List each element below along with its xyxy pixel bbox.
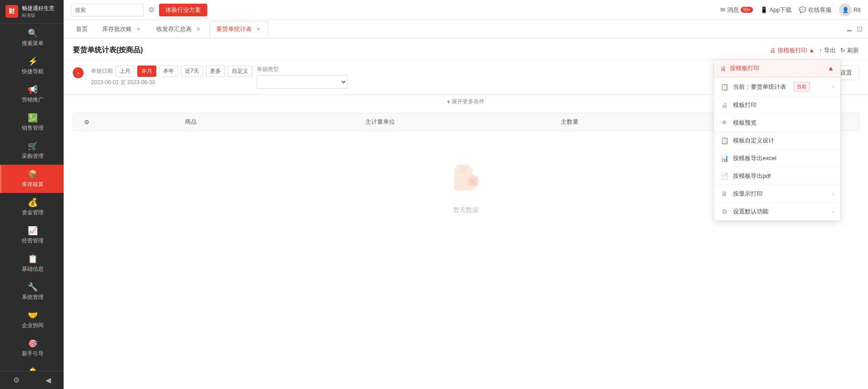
dropdown-export-excel[interactable]: 📊 按模板导出excel: [714, 150, 840, 167]
page-title: 要货单统计表(按商品): [73, 45, 143, 55]
sidebar-item-label: 搜索菜单: [22, 40, 44, 47]
tab-receivables-close[interactable]: ✕: [195, 25, 202, 33]
app-center-icon: 🔔: [28, 367, 38, 371]
operations-icon: 📈: [28, 226, 38, 236]
export-pdf-icon: 📄: [720, 172, 728, 180]
dropdown-export-excel-label: 按模板导出excel: [733, 154, 776, 162]
dropdown-template-print[interactable]: 🖨 模板打印: [714, 96, 840, 114]
tab-order-stats-close[interactable]: ✕: [254, 25, 262, 33]
tab-expand-icon[interactable]: ⊡: [857, 25, 863, 33]
current-item-icon: 📋: [720, 83, 728, 91]
tab-bar: 首页 库存批次账 ✕ 收发存汇总表 ✕ 要货单统计表 ✕ 🗕 ⊡: [64, 20, 868, 38]
sidebar-settings-button[interactable]: ⚙: [13, 376, 20, 384]
order-type-select[interactable]: [257, 75, 348, 89]
dropdown-current-item[interactable]: 📋 当前：要货单统计表 当前 ›: [714, 77, 840, 96]
tab-inventory-batch[interactable]: 库存批次账 ✕: [95, 21, 149, 37]
export-button[interactable]: ↑ 导出: [819, 46, 836, 55]
tab-minimize-icon[interactable]: 🗕: [846, 25, 853, 33]
message-badge: 99+: [741, 7, 753, 13]
app-download-label: App下载: [769, 6, 792, 14]
dropdown-display-print[interactable]: 🖥 按显示打印 ›: [714, 185, 840, 203]
trial-button[interactable]: 体验行业方案: [159, 4, 207, 16]
app-logo: 财 畅捷通好生意 标准版: [0, 0, 64, 24]
sidebar-item-capital[interactable]: 💰 资金管理: [0, 193, 64, 221]
tab-inventory-batch-close[interactable]: ✕: [135, 25, 142, 33]
table-col-product: 商品: [96, 113, 285, 131]
template-print-dd-icon: 🖨: [720, 101, 728, 109]
guide-icon: 🎯: [28, 338, 38, 349]
empty-text: 暂无数据: [453, 206, 479, 214]
sidebar-collapse-button[interactable]: ◀: [45, 376, 51, 384]
dropdown-current-label: 当前：要货单统计表: [733, 83, 786, 91]
sidebar-item-search[interactable]: 🔍 搜索菜单: [0, 24, 64, 52]
empty-icon: [448, 158, 484, 202]
table-col-quantity: 主数量: [475, 113, 664, 131]
message-button[interactable]: ✉ 消息 99+: [720, 6, 753, 14]
avatar: 👤: [839, 4, 852, 16]
dropdown-chevron-icon[interactable]: ▲: [828, 65, 834, 72]
svg-rect-7: [459, 167, 467, 168]
app-download-button[interactable]: 📱 App下载: [760, 6, 792, 14]
dropdown-export-pdf[interactable]: 📄 按模板导出pdf: [714, 167, 840, 185]
template-print-label: 按模板打印: [778, 46, 807, 55]
date-btn-last-month[interactable]: 上月: [115, 66, 135, 77]
date-btn-custom[interactable]: 自定义: [228, 66, 252, 77]
template-print-button[interactable]: 🖨 按模板打印 ▲: [770, 46, 815, 55]
dropdown-display-print-label: 按显示打印: [733, 190, 763, 198]
tab-receivables[interactable]: 收发存汇总表 ✕: [150, 21, 209, 37]
order-type-label: 单据类型: [257, 66, 348, 73]
sidebar-item-basics[interactable]: 📋 基础信息: [0, 249, 64, 278]
capital-icon: 💰: [28, 197, 38, 207]
date-btn-more[interactable]: 更多: [206, 66, 225, 77]
dropdown-template-custom[interactable]: 📋 模板自定义设计: [714, 132, 840, 150]
dropdown-header: 🖨 按模板打印 ▲: [714, 60, 840, 77]
sidebar-nav: 🔍 搜索菜单 ⚡ 快捷导航 📢 营销推广 💹 销售管理 🛒 采购管理 📦 库存核…: [0, 24, 64, 371]
sidebar-item-label: 营销推广: [22, 96, 44, 104]
sidebar-item-app-center[interactable]: 🔔 应用中心: [0, 362, 64, 371]
date-btn-this-month[interactable]: 本月: [137, 66, 156, 77]
dropdown-set-default-label: 设置默认功能: [733, 207, 768, 216]
display-print-icon: 🖥: [720, 190, 728, 197]
sidebar-item-label: 快捷导航: [22, 68, 44, 76]
sidebar-item-label: 新手引导: [22, 350, 44, 358]
sidebar: 财 畅捷通好生意 标准版 🔍 搜索菜单 ⚡ 快捷导航 📢 营销推广 💹 销售管理…: [0, 0, 64, 389]
table-col-gear[interactable]: ⚙: [78, 114, 96, 130]
sidebar-item-cooperation[interactable]: 🤝 企业协同: [0, 306, 64, 334]
search-input[interactable]: [71, 4, 144, 16]
sidebar-item-inventory[interactable]: 📦 库存核算: [0, 165, 64, 193]
template-print-dropdown: 🖨 按模板打印 ▲ 📋 当前：要货单统计表 当前 › 🖨 模板打印 👁 模板预览…: [713, 59, 841, 221]
user-avatar-area[interactable]: 👤 Rit: [839, 4, 861, 16]
sidebar-item-operations[interactable]: 📈 经营管理: [0, 221, 64, 249]
template-preview-icon: 👁: [720, 119, 728, 126]
dropdown-printer-icon: 🖨: [720, 65, 726, 72]
sidebar-item-purchase[interactable]: 🛒 采购管理: [0, 136, 64, 165]
filter-expand-button[interactable]: ›: [73, 67, 84, 78]
tab-home[interactable]: 首页: [69, 21, 95, 37]
sidebar-item-sales[interactable]: 💹 销售管理: [0, 108, 64, 136]
current-badge: 当前: [793, 82, 810, 91]
basics-icon: 📋: [28, 254, 38, 264]
sidebar-item-guide[interactable]: 🎯 新手引导: [0, 334, 64, 362]
dropdown-set-default[interactable]: ⚙ 设置默认功能 ›: [714, 203, 840, 221]
message-label: 消息: [727, 6, 739, 14]
cooperation-icon: 🤝: [28, 310, 38, 320]
refresh-button[interactable]: ↻ 刷新: [840, 46, 859, 55]
online-service-button[interactable]: 💬 在线客服: [799, 6, 832, 14]
tab-inventory-batch-label: 库存批次账: [102, 25, 132, 33]
tab-order-stats[interactable]: 要货单统计表 ✕: [210, 21, 269, 38]
sidebar-item-quick-nav[interactable]: ⚡ 快捷导航: [0, 52, 64, 80]
purchase-icon: 🛒: [28, 141, 38, 151]
marketing-icon: 📢: [28, 85, 38, 95]
current-item-arrow: ›: [832, 84, 834, 90]
app-name: 畅捷通好生意: [22, 5, 55, 12]
date-btn-this-year[interactable]: 本年: [159, 66, 178, 77]
dropdown-template-preview[interactable]: 👁 模板预览: [714, 114, 840, 132]
date-btn-7days[interactable]: 近7天: [181, 66, 203, 77]
tab-receivables-label: 收发存汇总表: [156, 25, 192, 33]
sidebar-item-marketing[interactable]: 📢 营销推广: [0, 80, 64, 108]
date-filter-group: 单据日期 上月 本月 本年 近7天 更多 自定义 2023-06-01 至 20…: [91, 66, 252, 86]
topbar-gear-icon[interactable]: ⚙: [148, 5, 155, 14]
sidebar-item-system[interactable]: 🔧 系统管理: [0, 278, 64, 306]
tab-order-stats-label: 要货单统计表: [216, 25, 252, 33]
sales-icon: 💹: [28, 113, 38, 123]
